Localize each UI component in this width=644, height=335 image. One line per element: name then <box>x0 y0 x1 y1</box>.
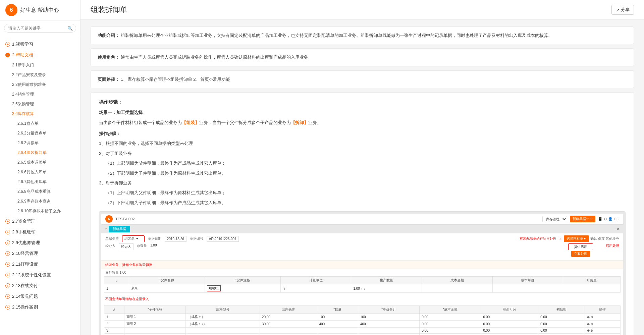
main-header: 组装拆卸单 ➚ 分享 <box>80 0 644 20</box>
sidebar-item-coupon[interactable]: + 2.9优惠券管理 <box>0 237 80 248</box>
col2-avail: 剩余可分 <box>481 306 538 314</box>
sidebar-item-label: 2.13在线支付 <box>12 283 38 289</box>
sidebar-item-payment[interactable]: + 2.13在线支付 <box>0 280 80 291</box>
sidebar-item-mobile[interactable]: + 2.8手机旺铺 <box>0 227 80 237</box>
sidebar-item-newuser[interactable]: 2.1新手入门 <box>0 60 80 70</box>
mock-annotation1-area: 有装配清单的在这里处理 → 选择料材单▼ 确认 保存 其他业务 <box>520 235 619 242</box>
col-spec: *父件规格 <box>205 277 280 284</box>
mock-window-nav: ≡ 新建单据 ✕ <box>101 225 623 233</box>
sidebar-item-finance[interactable]: + 2.7资金管理 <box>0 216 80 227</box>
sidebar-item-other-in[interactable]: 2.6.6其他入库单 <box>0 167 80 177</box>
table-row: 2 商品 2 （规格 ↑ ↓） 30.00 400 400 0.00 0.00 <box>104 321 621 328</box>
step3: 3、对于拆卸业务 <box>99 179 626 187</box>
mock-annotation4-label: 启用处理 <box>599 243 619 248</box>
sidebar-item-label: 2.15操作案例 <box>12 304 38 310</box>
step2-1: （1）上部明细为父件明细，最终作为产成品生成其它入库单； <box>99 159 626 167</box>
sidebar-item-cost-recalc[interactable]: 2.6.8商品成本重算 <box>0 187 80 197</box>
nav-tree: + 1.视频学习 2.帮助文档 2.1新手入门 2.2产品安装及登录 2.3使用… <box>0 36 80 335</box>
func-intro-label: 功能介绍： <box>98 33 119 38</box>
step3-1: （1）上部明细为父件明细，最终作为原材料生成其它出库单； <box>99 189 626 197</box>
expand-icon: + <box>5 251 10 256</box>
sidebar-item-purchase[interactable]: 2.5采购管理 <box>0 99 80 109</box>
sidebar-item-cases[interactable]: + 2.15操作案例 <box>0 302 80 313</box>
sidebar-item-cost-adj[interactable]: 2.6.5成本调整单 <box>0 158 80 167</box>
sidebar-item-stocktake[interactable]: 2.6.1盘点单 <box>0 119 80 128</box>
sidebar-item-faq[interactable]: + 2.14常见问题 <box>0 291 80 302</box>
cell-spec: 规格01 <box>205 284 280 293</box>
step3-2: （2）下部明细为子件明细，最终作为产成品生成其它入库单。 <box>99 199 626 207</box>
mock-annotation3-bar: 组装业务、拆卸业务在这里切换 <box>101 260 623 269</box>
sidebar-item-install[interactable]: 2.2产品安装及登录 <box>0 70 80 80</box>
mock-active-tab[interactable]: 新建单据 <box>109 226 130 232</box>
path-text: 1、库存核算->库存管理->组装拆卸单 2、首页->常用功能 <box>121 77 230 82</box>
sidebar-item-other-out[interactable]: 2.6.7其他出库单 <box>0 177 80 187</box>
sidebar: 6 好生意 帮助中心 🔍 + 1.视频学习 2.帮助文档 2.1新手入门 2.2… <box>0 0 80 335</box>
mock-type-select-wrap: 组装单 ▼ <box>122 235 145 242</box>
content-area: 功能介绍： 组装拆卸单用来处理企业组装或拆卸等加工业务，支持有固定装配清单的产品… <box>80 20 644 335</box>
step2-2: （2）下部明细为子件明细，最终作为原材料生成其它出库单。 <box>99 169 626 177</box>
ops-steps-title: 操作步骤： <box>99 130 626 137</box>
path-label: 页面路径： <box>98 77 119 82</box>
arrow-right: → <box>558 236 562 241</box>
annotation5-text: 不固定清单可继续在这里录入 <box>105 297 149 301</box>
mock-type-select[interactable]: 组装单 ▼ <box>122 235 145 242</box>
mock-upper-table-title: 父件数量 1.00 <box>104 270 621 275</box>
mock-new-btn[interactable]: 新建单据一个 <box>570 216 595 222</box>
col2-spec: 规格型号 <box>186 306 260 314</box>
mock-apply-btn[interactable]: 选择料材单▼ <box>564 235 589 242</box>
expand-icon: + <box>5 283 10 288</box>
col-avail: 可用量 <box>563 277 621 284</box>
page-title: 组装拆卸单 <box>91 5 127 15</box>
mock-label-type: 单据类型 <box>105 236 119 241</box>
share-button[interactable]: ➚ 分享 <box>611 5 634 15</box>
sidebar-item-help[interactable]: 2.帮助文档 <box>0 50 80 60</box>
mock-test-id: TEST-H002 <box>115 217 135 221</box>
mock-top-bar: 6 TEST-H002 库存管理 新建单据一个 📱 ⚙ 👤 CC <box>101 214 623 225</box>
sidebar-item-transfer[interactable]: 2.6.3调拨单 <box>0 138 80 148</box>
sidebar-item-label: 2.9优惠券管理 <box>12 240 40 246</box>
share-icon: ➚ <box>616 7 620 12</box>
share-label: 分享 <box>621 7 630 13</box>
col-unit: 计量单位 <box>280 277 351 284</box>
mock-label-maker: 经办人 <box>105 243 115 248</box>
sidebar-item-ledger-error[interactable]: 2.6.10库存账本错了么办 <box>0 206 80 216</box>
col2-item: *子件名称 <box>124 306 185 314</box>
search-icon: 🔍 <box>67 26 73 31</box>
mock-close[interactable]: ✕ <box>616 227 619 231</box>
table-row: 1 米米 规格01 个 1.00 ↑ ↓ <box>104 284 621 293</box>
sidebar-item-video[interactable]: + 1.视频学习 <box>0 39 80 50</box>
expand-icon: + <box>5 240 10 245</box>
table-row: 4 0.00 0.00 0.00 <box>104 334 621 335</box>
cell-total-val <box>492 284 563 293</box>
sidebar-item-label: 2.14常见问题 <box>12 293 38 299</box>
mock-annotation5-bar: 不固定清单可继续在这里录入 <box>101 295 623 303</box>
mock-select-1[interactable]: 库存管理 <box>542 216 567 222</box>
expand-icon: + <box>5 42 10 47</box>
mock-enable-input[interactable]: 货供店用 <box>568 243 593 250</box>
expand-icon: + <box>5 230 10 234</box>
sidebar-item-print[interactable]: + 2.11打印设置 <box>0 259 80 270</box>
table-row: 1 商品 1 （规格 + ） 20.00 100 100 0.00 0.00 0 <box>104 314 621 321</box>
col2-ops: 操作 <box>585 306 620 314</box>
sidebar-item-inventory[interactable]: 2.6库存核算 <box>0 109 80 119</box>
sidebar-item-sales[interactable]: 2.4销售管理 <box>0 90 80 99</box>
sidebar-item-stock-ledger[interactable]: 2.6.9库存账本查询 <box>0 197 80 206</box>
sidebar-item-custom[interactable]: + 2.12系统个性化设置 <box>0 270 80 280</box>
mock-lower-table-area: # *子件名称 规格型号 出库仓库 *数量 *单价合计 *成本金额 剩余可分 初 <box>101 303 623 335</box>
app-title: 好生意 帮助中心 <box>20 7 59 14</box>
col-cost: 成本金额 <box>422 277 493 284</box>
search-input[interactable] <box>4 24 76 33</box>
step2: 2、对于组装业务 <box>99 150 626 157</box>
sidebar-item-dataprep[interactable]: 2.3使用前数据准备 <box>0 80 80 90</box>
sidebar-item-label: 1.视频学习 <box>12 41 33 47</box>
expand-icon: + <box>5 273 10 277</box>
sidebar-item-partial-stocktake[interactable]: 2.6.2分量盘点单 <box>0 128 80 138</box>
scenario1-desc: 当由多个子件材料组装成一个成品的业务为【组装】业务，当由一个父件拆分成多个子产品… <box>99 119 626 126</box>
sidebar-item-assembly[interactable]: 2.6.4组装拆卸单 <box>0 148 80 158</box>
sidebar-item-label: 2.帮助文档 <box>12 52 33 58</box>
mock-confirm-btn[interactable]: 立案处理 <box>571 251 590 257</box>
annotation1-text: 有装配清单的在这里处理 <box>520 236 556 241</box>
sidebar-item-ops-mgmt[interactable]: + 2.10经营管理 <box>0 248 80 259</box>
mock-label-docno: 单据编号 <box>190 236 203 241</box>
sidebar-header: 6 好生意 帮助中心 <box>0 0 80 20</box>
